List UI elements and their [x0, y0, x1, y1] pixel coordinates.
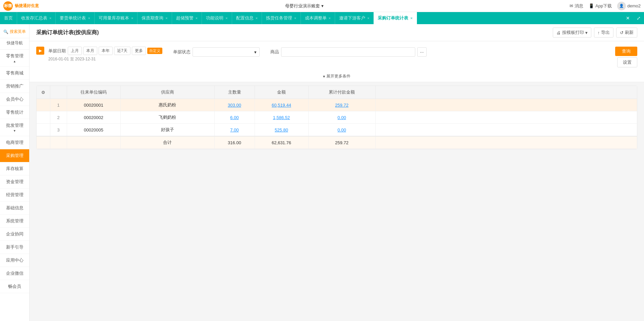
th-amount: 金额: [255, 86, 308, 99]
sidebar-item-retail-stat[interactable]: 零售统计: [0, 106, 29, 119]
row-supplier-cell: 好孩子: [120, 124, 214, 137]
tab-expand-btn[interactable]: ⤢: [633, 12, 644, 24]
template-print-button[interactable]: 🖨 按模板打印 ▾: [553, 28, 591, 38]
tab-close-icon[interactable]: ×: [294, 16, 296, 20]
tab-expiry-query[interactable]: 保质期查询 ×: [138, 12, 172, 24]
date-range-display: 2016-01-01 至 2023-12-31: [48, 57, 96, 61]
tab-pick-task[interactable]: 拣货任务管理 ×: [262, 12, 301, 24]
tab-invite-downstream[interactable]: 邀请下游客户 ×: [335, 12, 374, 24]
sidebar-item-retail-mall[interactable]: 零售商城: [0, 67, 29, 80]
sidebar-item-retail-mgmt[interactable]: 零售管理 ▲: [0, 50, 29, 67]
table-row[interactable]: 2 00020002 飞鹤奶粉 6.00 1,586.52 0.00: [37, 111, 637, 124]
sidebar-item-new-guide[interactable]: 新手引导: [0, 241, 29, 254]
refresh-icon: ↺: [620, 30, 624, 35]
goods-ellipsis-button[interactable]: ···: [417, 47, 427, 57]
goods-input[interactable]: [281, 47, 415, 57]
tab-home[interactable]: 首页: [0, 12, 17, 24]
row-code-cell: 00020001: [67, 99, 120, 111]
row-extra-cell: [375, 124, 637, 137]
sidebar-item-wholesale-mgmt[interactable]: 批发管理 ▼: [0, 119, 29, 136]
tab-close-btn[interactable]: ✕: [623, 12, 633, 24]
status-select-arrow: ▾: [254, 50, 257, 55]
sidebar-item-corp-wechat[interactable]: 企业微信: [0, 267, 29, 280]
th-num: [50, 86, 67, 99]
row-supplier-cell: 惠氏奶粉: [120, 99, 214, 111]
tab-overstock-alert[interactable]: 超储预警 ×: [172, 12, 202, 24]
sidebar-search[interactable]: 🔍 搜索英单: [0, 27, 29, 38]
tab-func-desc[interactable]: 功能说明 ×: [202, 12, 232, 24]
sidebar-item-marketing[interactable]: 营销推广: [0, 80, 29, 93]
user-menu[interactable]: 👤 demo2: [617, 2, 641, 10]
tab-cost-adjust[interactable]: 成本调整单 ×: [301, 12, 335, 24]
tab-label: 配置信息: [236, 15, 254, 21]
date-btn-last-month[interactable]: 上月: [68, 47, 82, 55]
filter-expand-button[interactable]: ▶: [36, 47, 44, 55]
message-btn[interactable]: ✉ 消息: [570, 3, 583, 9]
export-button[interactable]: ↑ 导出: [594, 28, 614, 38]
tab-label: 邀请下游客户: [339, 15, 365, 21]
tab-label: 拣货任务管理: [266, 15, 292, 21]
status-filter-label: 单据状态: [173, 49, 191, 55]
app-label: App下载: [595, 3, 612, 9]
tab-config-info[interactable]: 配置信息 ×: [232, 12, 262, 24]
workspace-selector[interactable]: 母婴行业演示账套 ▾: [285, 3, 324, 9]
sidebar-item-ops-mgmt[interactable]: 经营管理: [0, 189, 29, 202]
gear-icon[interactable]: ⚙: [41, 90, 45, 95]
sidebar-item-sys-mgmt[interactable]: 系统管理: [0, 215, 29, 228]
tab-close-icon[interactable]: ×: [88, 16, 90, 20]
footer-label: 合计: [120, 136, 214, 149]
refresh-button[interactable]: ↺ 刷新: [616, 28, 637, 38]
sidebar-quick-nav[interactable]: 快捷导航: [0, 38, 29, 50]
content-area: 采购订单统计表(按供应商) 🖨 按模板打印 ▾ ↑ 导出 ↺ 刷新: [30, 24, 644, 321]
sidebar-item-corp-collab[interactable]: 企业协同: [0, 228, 29, 241]
sidebar-item-app-center[interactable]: 应用中心: [0, 254, 29, 267]
th-gear: ⚙: [37, 86, 50, 99]
footer-paid: 259.72: [308, 136, 375, 149]
sidebar-item-label: 营销推广: [6, 83, 23, 89]
status-select[interactable]: ▾: [193, 47, 260, 57]
tab-purchase-stat[interactable]: 采购订单统计表 ×: [374, 12, 417, 24]
template-print-label: 按模板打印: [562, 30, 584, 36]
tab-close-icon[interactable]: ×: [131, 16, 133, 20]
sidebar: 🔍 搜索英单 快捷导航 零售管理 ▲ 零售商城 营销推广 会员中心 零售统计 批…: [0, 24, 30, 321]
sidebar-item-basic-info[interactable]: 基础信息: [0, 202, 29, 215]
tab-available-stock[interactable]: 可用量库存账本 ×: [95, 12, 138, 24]
tab-close-active-icon[interactable]: ×: [410, 16, 412, 20]
sidebar-item-ecommerce-mgmt[interactable]: 电商管理: [0, 136, 29, 149]
page-title: 采购订单统计表(按供应商): [36, 29, 99, 36]
app-download-btn[interactable]: 📱 App下载: [589, 3, 612, 9]
username: demo2: [627, 3, 641, 8]
expand-more-conditions[interactable]: ▾ 展开更多条件: [30, 71, 644, 82]
sidebar-item-finance-mgmt[interactable]: 资金管理: [0, 175, 29, 189]
row-supplier-cell: 飞鹤奶粉: [120, 111, 214, 124]
sidebar-item-purchase-mgmt[interactable]: 采购管理: [0, 149, 29, 162]
date-btn-this-year[interactable]: 本年: [99, 47, 113, 55]
sidebar-item-stock-check[interactable]: 库存核算: [0, 162, 29, 175]
row-paid-cell: 0.00: [308, 124, 375, 137]
sidebar-item-vip-member[interactable]: 畅会员: [0, 280, 29, 293]
tab-close-icon[interactable]: ×: [225, 16, 227, 20]
sidebar-search-label: 搜索英单: [10, 29, 26, 35]
tab-close-icon[interactable]: ×: [256, 16, 258, 20]
date-btn-7days[interactable]: 近7天: [114, 47, 130, 55]
tab-close-icon[interactable]: ×: [196, 16, 198, 20]
tab-close-icon[interactable]: ×: [49, 16, 51, 20]
table-row[interactable]: 3 00020005 好孩子 7.00 525.80 0.00: [37, 124, 637, 137]
dropdown-arrow-icon: ▾: [585, 30, 588, 35]
tab-close-icon[interactable]: ×: [329, 16, 331, 20]
sidebar-item-member-center[interactable]: 会员中心: [0, 93, 29, 106]
tab-close-icon[interactable]: ×: [165, 16, 167, 20]
table-row[interactable]: 1 00020001 惠氏奶粉 303.00 60,519.44 259.72: [37, 99, 637, 111]
table-header-row: ⚙ 往来单位编码 供应商 主数量 金额: [37, 86, 637, 99]
tab-order-stat[interactable]: 要货单统计表 ×: [56, 12, 94, 24]
query-button[interactable]: 查询: [615, 47, 637, 56]
tab-collect-pay[interactable]: 收发存汇总表 ×: [17, 12, 56, 24]
row-extra-cell: [375, 111, 637, 124]
date-btn-more[interactable]: 更多: [132, 47, 146, 55]
date-btn-this-month[interactable]: 本月: [83, 47, 97, 55]
settings-button[interactable]: 设置: [617, 57, 637, 67]
tab-close-icon[interactable]: ×: [367, 16, 369, 20]
row-amount-cell: 60,519.44: [255, 99, 308, 111]
logo-area: 标微 畅捷通好生意: [3, 1, 39, 11]
footer-gear: [37, 136, 50, 149]
